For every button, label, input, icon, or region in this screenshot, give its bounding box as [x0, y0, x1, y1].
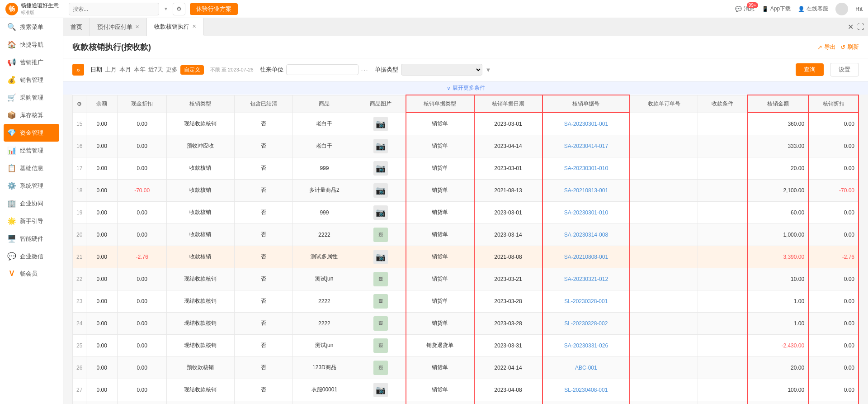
- cell-no: 26: [73, 356, 86, 379]
- order-type-select[interactable]: [401, 64, 482, 76]
- cell-balance: 0.00: [86, 290, 118, 312]
- expand-more-bar[interactable]: ∨ 展开更多条件: [63, 81, 868, 95]
- sidebar-item-sales[interactable]: 💰 销售管理: [0, 71, 63, 89]
- sidebar-item-guide[interactable]: 🌟 新手引导: [0, 212, 63, 230]
- bill-no-link[interactable]: SA-20210808-001: [564, 254, 608, 260]
- bill-no-link[interactable]: SA-20230301-010: [564, 209, 608, 216]
- search-icon: 🔍: [7, 23, 16, 31]
- sidebar-item-operation[interactable]: 📊 经营管理: [0, 142, 63, 159]
- sidebar-item-system[interactable]: ⚙️ 系统管理: [0, 177, 63, 195]
- chevron-down-icon: ∨: [447, 85, 451, 91]
- cell-verify-bill-type: 销货单: [406, 268, 474, 290]
- table-row: 16 0.00 0.00 预收冲应收 否 老白干 📷 销货单 2023-04-1…: [73, 135, 859, 157]
- this-month-link[interactable]: 本月: [119, 66, 131, 74]
- search-input[interactable]: [69, 3, 159, 15]
- cell-verify-bill-no[interactable]: SA-20230301-010: [542, 157, 630, 179]
- cell-product: 老白干: [292, 113, 356, 135]
- refresh-button[interactable]: ↺ 刷新: [840, 43, 859, 51]
- from-unit-input[interactable]: [286, 64, 359, 75]
- more-link[interactable]: 更多: [166, 66, 178, 74]
- bill-no-link[interactable]: ABC-001: [575, 365, 597, 371]
- tab-maximize-button[interactable]: ⛶: [857, 23, 864, 31]
- table-row: 20 0.00 0.00 收款核销 否 2222 🖼 销货单 2023-03-1…: [73, 223, 859, 246]
- sidebar-item-hardware[interactable]: 🖥️ 智能硬件: [0, 230, 63, 247]
- cell-product-img: 🖼: [356, 312, 406, 334]
- bill-no-link[interactable]: SL-20230328-002: [564, 320, 608, 327]
- export-button[interactable]: ↗ 导出: [817, 43, 836, 51]
- sidebar-item-shortcut[interactable]: 🏠 快捷导航: [0, 36, 63, 53]
- cell-product: 多计量商品2: [292, 179, 356, 201]
- last-month-link[interactable]: 上月: [105, 66, 117, 74]
- user-avatar[interactable]: [835, 3, 848, 15]
- tab-collection-close[interactable]: ✕: [192, 24, 196, 29]
- bill-no-link[interactable]: SA-20230301-010: [564, 165, 608, 171]
- app-download-button[interactable]: 📱 App下载: [762, 5, 791, 13]
- cell-verify-bill-no[interactable]: SL-20230328-001: [542, 290, 630, 312]
- notice-button[interactable]: 💬 消息 99+: [735, 5, 755, 13]
- settings-button[interactable]: 设置: [830, 63, 859, 76]
- tab-home[interactable]: 首页: [63, 18, 90, 36]
- cell-collection-order-no: [630, 135, 698, 157]
- this-year-link[interactable]: 本年: [134, 66, 146, 74]
- industry-button[interactable]: 休验行业方案: [190, 3, 238, 15]
- cell-verify-bill-no[interactable]: SA-20210813-001: [542, 179, 630, 201]
- cell-verify-bill-date: 2023-03-28: [474, 290, 542, 312]
- online-service-button[interactable]: 👤 在线客服: [798, 5, 828, 13]
- cell-verify-bill-type: 销货退货单: [406, 334, 474, 356]
- app-label: App下载: [770, 5, 791, 13]
- top-bar: 畅 畅捷通谊好生意 标准版 ▼ ⚙ 休验行业方案 💬 消息 99+ 📱 App下…: [0, 0, 868, 18]
- col-header-settings[interactable]: ⚙: [73, 95, 86, 113]
- table-header-row: ⚙ 余额 现金折扣 核销类型 包含已结清 商品 商品图片 核销单据类型 核销单据…: [73, 95, 859, 113]
- expand-filter-button[interactable]: »: [72, 64, 84, 76]
- cell-verify-bill-no[interactable]: ABC-001: [542, 356, 630, 379]
- tab-prepay-close[interactable]: ✕: [135, 24, 139, 30]
- cell-verify-bill-no[interactable]: SA-20230314-008: [542, 223, 630, 246]
- cell-verify-bill-no[interactable]: SA-20230414-017: [542, 135, 630, 157]
- cell-verify-bill-no[interactable]: SA-20230331-026: [542, 334, 630, 356]
- cell-verify-bill-no[interactable]: SA-20230321-012: [542, 268, 630, 290]
- cell-include-settled: 否: [234, 157, 292, 179]
- sidebar-item-search[interactable]: 🔍 搜索菜单: [0, 18, 63, 36]
- bill-no-link[interactable]: SA-20210813-001: [564, 187, 608, 194]
- custom-date-button[interactable]: 自定义: [180, 65, 204, 75]
- bill-no-link[interactable]: SA-20230331-026: [564, 342, 608, 349]
- query-button[interactable]: 查询: [796, 63, 824, 76]
- bill-no-link[interactable]: SL-20230408-001: [564, 387, 608, 393]
- cell-verify-bill-no[interactable]: SL-20230408-001: [542, 379, 630, 401]
- sidebar-item-marketing[interactable]: 📢 营销推广: [0, 53, 63, 71]
- tab-collection[interactable]: 收款核销执行 ✕: [147, 18, 204, 36]
- cell-verify-bill-type: 销货单: [406, 135, 474, 157]
- page-title: 收款核销执行(按收款): [72, 42, 151, 52]
- sidebar-item-member[interactable]: V 畅会员: [0, 265, 63, 282]
- page-content: 收款核销执行(按收款) ↗ 导出 ↺ 刷新 » 日期: [63, 36, 868, 404]
- sidebar-item-purchase[interactable]: 🛒 采购管理: [0, 89, 63, 106]
- tab-bar: 首页 预付冲应付单 ✕ 收款核销执行 ✕ ✕ ⛶: [63, 18, 868, 36]
- cell-verify-bill-no[interactable]: SA-20230301-010: [542, 201, 630, 223]
- bill-no-link[interactable]: SA-20230301-001: [564, 121, 608, 127]
- table-row: 25 0.00 0.00 现结收款核销 否 测试jun 🖼 销货退货单 2023…: [73, 334, 859, 356]
- sidebar-item-inventory[interactable]: 📦 库存核算: [0, 106, 63, 124]
- sidebar-item-wechat[interactable]: 💬 企业微信: [0, 247, 63, 265]
- tab-close-button[interactable]: ✕: [848, 23, 854, 31]
- sidebar-item-finance[interactable]: 💎 资金管理: [4, 124, 59, 142]
- notice-icon: 💬: [735, 6, 742, 12]
- cell-verify-bill-no[interactable]: SA-20230301-001: [542, 113, 630, 135]
- cell-verify-bill-no[interactable]: SL-20230328-002: [542, 312, 630, 334]
- bill-no-link[interactable]: SA-20230314-008: [564, 232, 608, 238]
- bill-no-link[interactable]: SA-20230321-012: [564, 276, 608, 282]
- gear-button[interactable]: ⚙: [173, 3, 185, 15]
- cell-verify-bill-no[interactable]: SL-20230418-001: [542, 401, 630, 404]
- tab-collection-label: 收款核销执行: [154, 23, 189, 31]
- dropdown-arrow-icon[interactable]: ▼: [164, 6, 168, 11]
- tab-prepay[interactable]: 预付冲应付单 ✕: [90, 18, 147, 36]
- cell-verify-type: 预收款核销: [167, 356, 234, 379]
- sidebar-item-basic[interactable]: 📋 基础信息: [0, 159, 63, 177]
- cell-verify-bill-no[interactable]: SA-20210808-001: [542, 246, 630, 268]
- bill-no-link[interactable]: SA-20230414-017: [564, 143, 608, 149]
- export-label: 导出: [824, 43, 836, 51]
- sidebar-item-enterprise[interactable]: 🏢 企业协同: [0, 195, 63, 212]
- last7-link[interactable]: 近7天: [148, 66, 163, 74]
- cell-cash-discount: 0.00: [118, 401, 167, 404]
- bill-no-link[interactable]: SL-20230328-001: [564, 298, 608, 304]
- cell-product: 2222: [292, 401, 356, 404]
